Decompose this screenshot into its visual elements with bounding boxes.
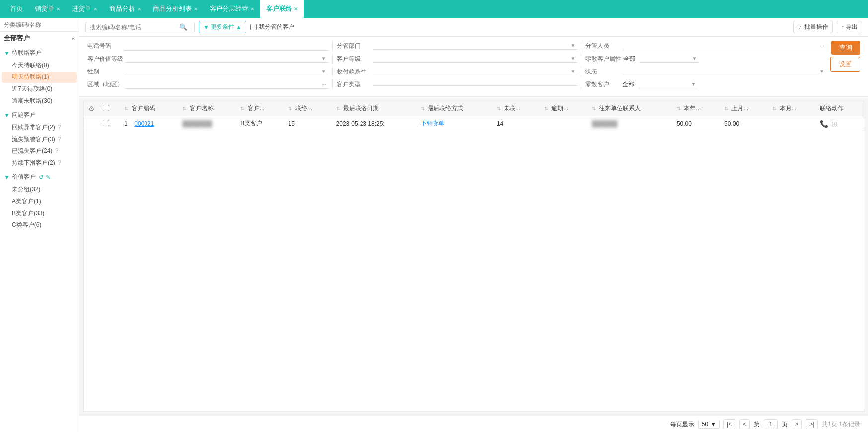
col-this-month[interactable]: ⇅ 本月... [768,101,816,116]
nav-product-analysis-list-close[interactable]: ✕ [194,6,198,12]
sidebar-item-class-b[interactable]: B类客户(33) [2,208,77,219]
row-type-value: B类客户 [240,120,262,127]
retail-attr-select[interactable]: ▼ [639,55,699,63]
sort-icon-7: ⇅ [497,106,501,111]
nav-customer-tier-close[interactable]: ✕ [250,6,254,12]
set-button[interactable]: 设置 [830,57,860,72]
col-last-method[interactable]: ⇅ 最后联络方式 [417,101,493,116]
sidebar-item-churned[interactable]: 已流失客户(24) ? [2,145,77,157]
nav-sales-order[interactable]: 销货单 ✕ [29,0,66,18]
gender-select[interactable]: ▼ [124,68,328,75]
sidebar-item-repurchase-abnormal[interactable]: 回购异常客户(2) ? [2,122,77,133]
chevron-down-icon-3: ▼ [570,56,575,61]
filter-customer-type: 客户类型 [337,80,578,89]
more-filter-button[interactable]: ▼ 更多条件 ▲ [199,21,246,33]
sidebar-search-wrap: 🔍 [0,18,79,32]
edit-icon[interactable]: ✎ [46,174,51,181]
filter-row-1: 电话号码 分管部门 ▼ 分管人员 [87,41,826,51]
sidebar-item-ungrouped[interactable]: 未分组(32) [2,184,77,195]
search-icon[interactable]: 🔍 [179,23,187,31]
row-type: B类客户 [236,116,284,131]
search-input[interactable] [90,24,179,31]
filter-actions: 查询 设置 [830,41,860,92]
sidebar-item-tomorrow[interactable]: 明天待联络(1) [2,72,77,83]
col-unit-contact[interactable]: ⇅ 往来单位联系人 [588,101,673,116]
last-page-button[interactable]: >| [806,419,818,429]
col-code[interactable]: ⇅ 客户编码 [120,101,178,116]
page-size-select[interactable]: 50 ▼ [698,420,720,429]
sidebar-item-class-c[interactable]: C类客户(6) [2,219,77,231]
col-contacts[interactable]: ⇅ 联络... [284,101,332,116]
row-select-checkbox[interactable] [103,120,109,126]
filter-phone: 电话号码 [87,41,328,51]
nav-purchase-order[interactable]: 进货单 ✕ [66,0,103,18]
manager-select[interactable]: ··· [622,42,826,50]
dept-select[interactable]: ▼ [373,42,578,50]
customer-type-label: 客户类型 [337,80,371,89]
nav-product-analysis-close[interactable]: ✕ [137,6,141,12]
nav-customer-contact[interactable]: 客户联络 ✕ [260,0,304,18]
page-total: 共1页 1条记录 [822,420,860,429]
payment-select[interactable]: ▼ [373,68,578,75]
top-nav: 首页 销货单 ✕ 进货单 ✕ 商品分析 ✕ 商品分析列表 ✕ 客户分层经营 ✕ … [0,0,868,18]
settings-icon[interactable]: ⚙ [88,105,95,113]
customer-value-label: 客户价值等级 [87,55,123,63]
col-settings: ⚙ [84,101,99,116]
nav-customer-contact-close[interactable]: ✕ [294,6,298,12]
query-button[interactable]: 查询 [831,41,860,55]
sidebar-item-class-a[interactable]: A类客户(1) [2,196,77,207]
col-overdue[interactable]: ⇅ 逾期... [540,101,588,116]
nav-home[interactable]: 首页 [4,0,29,18]
filter-icon: ▼ [203,24,209,31]
row-last-month-value: 50.00 [724,120,739,127]
col-this-year[interactable]: ⇅ 本年... [673,101,721,116]
action-icons: 📞 ⊞ [820,120,860,128]
col-name[interactable]: ⇅ 客户名称 [178,101,236,116]
payment-label: 收付款条件 [337,68,371,76]
row-last-method-value[interactable]: 下销货单 [421,120,444,127]
nav-product-analysis[interactable]: 商品分析 ✕ [103,0,147,18]
sort-icon-4: ⇅ [288,106,292,111]
nav-product-analysis-list[interactable]: 商品分析列表 ✕ [147,0,204,18]
page-input[interactable] [764,419,778,429]
sidebar-all-customers[interactable]: 全部客户 « [0,32,79,45]
sidebar-item-today[interactable]: 今天待联络(0) [2,60,77,71]
region-select[interactable]: ··· [125,80,328,89]
next-page-button[interactable]: > [792,419,802,429]
nav-purchase-order-close[interactable]: ✕ [93,6,97,12]
my-customers-checkbox[interactable] [250,24,257,30]
sidebar-item-overdue[interactable]: 逾期未联络(30) [2,95,77,107]
batch-button[interactable]: ☑ 批量操作 [793,21,833,33]
sidebar-item-declining[interactable]: 持续下滑客户(2) ? [2,157,77,169]
col-last-month[interactable]: ⇅ 上月... [721,101,768,116]
sidebar-item-7days[interactable]: 近7天待联络(0) [2,83,77,95]
phone-action-icon[interactable]: 📞 [820,120,828,128]
my-customers-label: 我分管的客户 [259,23,294,31]
status-select[interactable]: ▼ [622,68,826,75]
first-page-button[interactable]: |< [723,419,735,429]
prev-page-button[interactable]: < [739,419,750,429]
row-no-contact-value: 14 [497,120,503,127]
nav-sales-order-close[interactable]: ✕ [56,6,60,12]
customer-type-select[interactable] [373,83,578,86]
grid-action-icon[interactable]: ⊞ [831,120,837,128]
col-no-contact[interactable]: ⇅ 未联... [493,101,540,116]
col-type[interactable]: ⇅ 客户... [236,101,284,116]
refresh-icon[interactable]: ↺ [39,174,44,181]
filter-panel: 电话号码 分管部门 ▼ 分管人员 [79,37,868,97]
sidebar-search-input[interactable] [4,21,78,28]
sidebar-item-churn-warning[interactable]: 流失预警客户(3) ? [2,134,77,145]
batch-icon: ☑ [797,24,803,31]
gender-label: 性别 [87,68,122,76]
sort-icon-10: ⇅ [677,106,681,111]
select-all-checkbox[interactable] [103,105,109,111]
phone-input[interactable] [124,41,328,51]
customer-value-select[interactable]: ▼ [125,55,328,63]
row-last-method: 下销货单 [417,116,493,131]
export-button[interactable]: ↑ 导出 [837,21,862,33]
customer-level-select[interactable]: ▼ [373,55,578,63]
retail-customer-select[interactable]: ▼ [638,80,698,88]
filter-customer-level: 客户等级 ▼ [337,55,578,63]
col-last-date[interactable]: ⇅ 最后联络日期 [332,101,417,116]
nav-customer-tier[interactable]: 客户分层经营 ✕ [204,0,260,18]
